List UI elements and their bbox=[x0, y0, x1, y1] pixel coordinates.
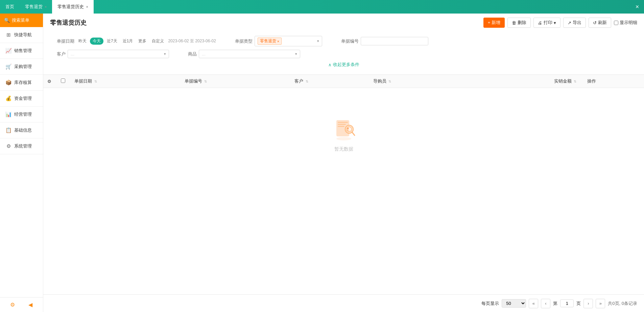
tab-bar: 首页零售退货×零售退货历史× bbox=[0, 0, 630, 14]
billno-filter-input[interactable] bbox=[361, 37, 428, 45]
export-icon: ↗ bbox=[568, 20, 571, 25]
sidebar-item-purchase[interactable]: 🛒 采购管理 bbox=[0, 59, 43, 75]
toolbar: + 新增 🗑 删除 🖨 打印 ▾ ↗ 导出 ↺ bbox=[483, 18, 637, 28]
goods-dropdown-icon: ▾ bbox=[295, 52, 297, 56]
sidebar-bottom: ⚙ ◀ bbox=[0, 297, 43, 312]
sidebar-item-system[interactable]: ⚙ 系统管理 bbox=[0, 138, 43, 154]
sidebar-collapse-button[interactable]: ◀ bbox=[25, 299, 36, 310]
type-filter-select[interactable]: 零售退货 × ▾ bbox=[255, 36, 322, 46]
nav-label-basic-info: 基础信息 bbox=[14, 127, 32, 133]
collapse-filter-button[interactable]: ∧ 收起更多条件 bbox=[328, 62, 359, 68]
billno-filter-label: 单据编号 bbox=[341, 38, 359, 44]
type-filter-label: 单据类型 bbox=[235, 38, 253, 44]
tab-retail-return[interactable]: 零售退货× bbox=[20, 0, 52, 14]
page-size-label: 每页显示 bbox=[481, 300, 499, 307]
refresh-icon: ↺ bbox=[593, 20, 597, 25]
filter-row-2: 客户 ... ▾ 商品 ... ▾ bbox=[57, 50, 630, 58]
guide-sort-icon: ⇅ bbox=[388, 80, 391, 83]
sidebar-item-basic-info[interactable]: 📋 基础信息 bbox=[0, 122, 43, 138]
sidebar-search-label: 搜索菜单 bbox=[12, 17, 29, 23]
show-detail-label: 显示明细 bbox=[620, 20, 637, 26]
sidebar-item-operations[interactable]: 📊 经营管理 bbox=[0, 107, 43, 122]
next-page-button[interactable]: › bbox=[583, 299, 593, 308]
svg-rect-4 bbox=[338, 126, 344, 127]
table-header: ⚙ 单据日期 ⇅ 单据编号 ⇅ bbox=[43, 75, 644, 88]
table-body: 暂无数据 bbox=[43, 88, 644, 166]
th-date[interactable]: 单据日期 ⇅ bbox=[70, 75, 181, 88]
last1month-btn[interactable]: 近1月 bbox=[121, 38, 135, 45]
print-button[interactable]: 🖨 打印 ▾ bbox=[533, 18, 560, 28]
th-guide[interactable]: 导购员 ⇅ bbox=[369, 75, 463, 88]
sidebar-item-quick-nav[interactable]: ⊞ 快捷导航 bbox=[0, 27, 43, 43]
nav-icon-quick-nav: ⊞ bbox=[5, 32, 11, 38]
customer-filter-select[interactable]: ... ▾ bbox=[68, 50, 169, 58]
page-title: 零售退货历史 bbox=[50, 19, 87, 27]
page-header: 零售退货历史 + 新增 🗑 删除 🖨 打印 ▾ ↗ 导出 bbox=[43, 14, 644, 75]
sidebar-nav: ⊞ 快捷导航 📈 销售管理 🛒 采购管理 📦 库存核算 💰 资金管理 📊 经营管… bbox=[0, 27, 43, 297]
prev-page-button[interactable]: ‹ bbox=[541, 299, 550, 308]
main-layout: 🔍 搜索菜单 ⊞ 快捷导航 📈 销售管理 🛒 采购管理 📦 库存核算 💰 资金管… bbox=[0, 14, 644, 312]
nav-label-purchase: 采购管理 bbox=[14, 64, 32, 70]
nav-icon-sales: 📈 bbox=[5, 48, 11, 54]
sidebar-item-finance[interactable]: 💰 资金管理 bbox=[0, 91, 43, 107]
th-checkbox[interactable] bbox=[57, 75, 70, 88]
goods-filter-select[interactable]: ... ▾ bbox=[199, 50, 300, 58]
sidebar-item-sales[interactable]: 📈 销售管理 bbox=[0, 43, 43, 59]
date-filter-item: 单据日期 昨天 今天 近7天 近1月 更多 自定义 2023-06-02 至 2… bbox=[57, 38, 216, 45]
tab-home[interactable]: 首页 bbox=[0, 0, 20, 14]
select-all-checkbox[interactable] bbox=[61, 79, 65, 83]
page-of-label: 页 bbox=[576, 300, 581, 307]
empty-icon bbox=[330, 115, 357, 142]
nav-icon-finance: 💰 bbox=[5, 95, 11, 102]
tab-close-retail-return[interactable]: × bbox=[45, 5, 47, 9]
page-size-select[interactable]: 50 10 20 100 bbox=[502, 299, 526, 308]
show-detail-input[interactable] bbox=[614, 21, 618, 25]
date-sort-icon: ⇅ bbox=[94, 80, 97, 83]
tab-retail-return-history[interactable]: 零售退货历史× bbox=[52, 0, 93, 14]
add-button[interactable]: + 新增 bbox=[483, 18, 505, 28]
yesterday-btn[interactable]: 昨天 bbox=[76, 38, 89, 45]
export-button[interactable]: ↗ 导出 bbox=[563, 18, 586, 28]
type-dropdown-icon: ▾ bbox=[317, 39, 319, 43]
top-bar: 首页零售退货×零售退货历史× × bbox=[0, 0, 644, 14]
last7days-btn[interactable]: 近7天 bbox=[105, 38, 119, 45]
nav-icon-basic-info: 📋 bbox=[5, 127, 11, 133]
th-billno[interactable]: 单据编号 ⇅ bbox=[181, 75, 291, 88]
print-icon: 🖨 bbox=[538, 20, 542, 25]
nav-label-sales: 销售管理 bbox=[14, 48, 32, 54]
more-btn[interactable]: 更多 bbox=[136, 38, 148, 45]
settings-icon[interactable]: ⚙ bbox=[47, 79, 51, 84]
delete-button[interactable]: 🗑 删除 bbox=[507, 18, 531, 28]
sidebar-search-button[interactable]: 🔍 搜索菜单 bbox=[0, 14, 43, 27]
first-page-button[interactable]: « bbox=[529, 299, 538, 308]
nav-icon-operations: 📊 bbox=[5, 111, 11, 117]
today-btn[interactable]: 今天 bbox=[90, 38, 103, 45]
th-amount[interactable]: 实销金额 ⇅ bbox=[463, 75, 583, 88]
last-page-button[interactable]: » bbox=[596, 299, 605, 308]
th-action: 操作 bbox=[583, 75, 644, 88]
type-tag-close[interactable]: × bbox=[277, 39, 279, 43]
sidebar: 🔍 搜索菜单 ⊞ 快捷导航 📈 销售管理 🛒 采购管理 📦 库存核算 💰 资金管… bbox=[0, 14, 43, 312]
th-settings[interactable]: ⚙ bbox=[43, 75, 57, 88]
sidebar-settings-button[interactable]: ⚙ bbox=[7, 299, 18, 310]
sidebar-item-inventory[interactable]: 📦 库存核算 bbox=[0, 75, 43, 91]
table-section: ⚙ 单据日期 ⇅ 单据编号 ⇅ bbox=[43, 75, 644, 294]
nav-label-finance: 资金管理 bbox=[14, 95, 32, 102]
customer-filter-label: 客户 bbox=[57, 51, 66, 57]
svg-point-8 bbox=[347, 128, 349, 130]
page-label: 第 bbox=[553, 300, 557, 307]
custom-btn[interactable]: 自定义 bbox=[150, 38, 166, 45]
delete-icon: 🗑 bbox=[512, 20, 516, 25]
window-close-button[interactable]: × bbox=[630, 0, 644, 14]
th-customer[interactable]: 客户 ⇅ bbox=[290, 75, 369, 88]
tab-close-retail-return-history[interactable]: × bbox=[86, 5, 88, 9]
refresh-button[interactable]: ↺ 刷新 bbox=[589, 18, 611, 28]
empty-text: 暂无数据 bbox=[334, 146, 353, 152]
customer-filter-item: 客户 ... ▾ bbox=[57, 50, 169, 58]
data-table: ⚙ 单据日期 ⇅ 单据编号 ⇅ bbox=[43, 75, 644, 166]
date-range-display: 2023-06-02 至 2023-06-02 bbox=[168, 38, 216, 44]
page-number-input[interactable] bbox=[560, 299, 574, 307]
nav-icon-purchase: 🛒 bbox=[5, 64, 11, 70]
show-detail-checkbox[interactable]: 显示明细 bbox=[614, 20, 637, 26]
customer-placeholder: ... bbox=[71, 51, 74, 57]
